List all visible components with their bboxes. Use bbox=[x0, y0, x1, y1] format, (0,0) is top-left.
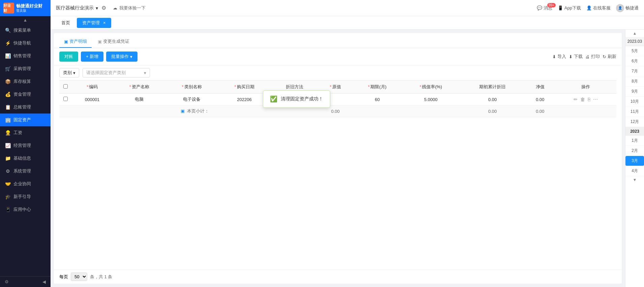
cell-net-value: 0.00 bbox=[525, 94, 555, 105]
sub-tab-asset-detail[interactable]: ▣ 资产明细 bbox=[59, 36, 92, 48]
subtotal-residual bbox=[402, 105, 460, 117]
collapse-icon[interactable]: ◀ bbox=[42, 279, 46, 284]
chevron-down-icon: ▾ bbox=[73, 70, 75, 75]
sidebar-item-guide[interactable]: 🎓 新手引导 bbox=[0, 190, 51, 203]
copy-icon[interactable]: ⎘ bbox=[588, 97, 590, 102]
tab-close-icon[interactable]: × bbox=[103, 20, 106, 25]
tab-asset-management[interactable]: 资产管理 × bbox=[77, 18, 111, 28]
sidebar-item-app-center[interactable]: 📱 应用中心 bbox=[0, 203, 51, 216]
subtotal-accumulated: 0.00 bbox=[460, 105, 525, 117]
edit-icon[interactable]: ✏ bbox=[574, 97, 578, 102]
company-gear-icon[interactable]: ⚙ bbox=[101, 5, 106, 11]
col-period: *期限(月) bbox=[352, 81, 402, 94]
building-icon: 🏢 bbox=[5, 117, 11, 123]
sidebar-item-search[interactable]: 🔍 搜索菜单 bbox=[0, 24, 51, 37]
sidebar-item-fixed-assets[interactable]: 🏢 固定资产 bbox=[0, 114, 51, 126]
sidebar-item-basic-info[interactable]: 📁 基础信息 bbox=[0, 152, 51, 165]
delete-icon[interactable]: 🗑 bbox=[580, 97, 585, 102]
category-dropdown[interactable]: 请选择固定资产类别 ▾ bbox=[83, 68, 150, 77]
sidebar-item-funds[interactable]: 💰 资金管理 bbox=[0, 88, 51, 101]
col-net-value: 净值 bbox=[525, 81, 555, 94]
calendar-up-arrow[interactable]: ▲ bbox=[625, 30, 644, 37]
box-icon: 📦 bbox=[5, 78, 11, 85]
month-item-5[interactable]: 5月 bbox=[625, 46, 644, 56]
message-button[interactable]: 💬 消息 99+ bbox=[537, 5, 552, 11]
download-button[interactable]: ⬇ 下载 bbox=[569, 54, 583, 60]
content-area: ▣ 资产明细 ▣ 变更生成凭证 对账 + 新增 批量操作 ▾ bbox=[51, 30, 644, 287]
subtotal-empty bbox=[59, 105, 71, 117]
month-item-4-2023[interactable]: 4月 bbox=[625, 166, 644, 176]
month-item-8[interactable]: 8月 bbox=[625, 76, 644, 87]
category-filter[interactable]: 类别 ▾ bbox=[59, 68, 79, 77]
asset-detail-label: 资产明细 bbox=[69, 38, 87, 44]
tab-bar: 首页 资产管理 × bbox=[51, 16, 644, 30]
asset-table: *编码 *资产名称 *类别名称 *购买日期 折旧方法 *原值 *期限(月) *残… bbox=[59, 80, 616, 117]
per-page-select[interactable]: 50 bbox=[71, 273, 87, 281]
sidebar-item-label: 采购管理 bbox=[13, 66, 31, 72]
subtotal-period bbox=[352, 105, 402, 117]
content-main: ▣ 资产明细 ▣ 变更生成凭证 对账 + 新增 批量操作 ▾ bbox=[54, 33, 622, 284]
month-item-2-2023[interactable]: 2月 bbox=[625, 146, 644, 156]
tab-home[interactable]: 首页 bbox=[56, 18, 75, 28]
worker-icon: 👷 bbox=[5, 130, 11, 136]
sidebar-item-enterprise[interactable]: 🤝 企业协同 bbox=[0, 178, 51, 190]
reconcile-button[interactable]: 对账 bbox=[59, 52, 78, 62]
logo-text: 畅捷通好业财 普及版 bbox=[16, 3, 42, 13]
year-2023-label: 2023 bbox=[625, 127, 644, 136]
sidebar-item-ledger[interactable]: 📋 总账管理 bbox=[0, 101, 51, 114]
month-item-3-2023[interactable]: 3月 bbox=[625, 156, 644, 166]
import-button[interactable]: ⬇ 导入 bbox=[552, 54, 566, 60]
refresh-button[interactable]: ↻ 刷新 bbox=[603, 54, 616, 60]
settings-icon[interactable]: ⚙ bbox=[5, 279, 9, 284]
import-label: 导入 bbox=[557, 54, 566, 60]
calendar-down-arrow[interactable]: ▼ bbox=[625, 176, 644, 184]
sidebar-item-label: 新手引导 bbox=[13, 194, 31, 200]
logo: 好业财 bbox=[3, 3, 14, 13]
month-item-10[interactable]: 10月 bbox=[625, 97, 644, 107]
user-menu[interactable]: 👤 畅捷通 bbox=[616, 4, 639, 12]
print-button[interactable]: 🖨 打印 bbox=[585, 54, 600, 60]
online-service-button[interactable]: 👤 在线客服 bbox=[586, 5, 611, 11]
refresh-icon: ↻ bbox=[603, 54, 606, 59]
chart-icon: 📊 bbox=[5, 53, 11, 59]
sidebar-scroll-up[interactable]: ▲ bbox=[0, 16, 51, 24]
month-item-7[interactable]: 7月 bbox=[625, 66, 644, 76]
select-all-checkbox[interactable] bbox=[63, 84, 68, 89]
company-selector[interactable]: 医疗器械行业演示 ▾ bbox=[56, 5, 98, 11]
row-select-checkbox[interactable] bbox=[63, 97, 68, 101]
folder-icon: 📁 bbox=[5, 155, 11, 161]
sidebar-item-system[interactable]: ⚙ 系统管理 bbox=[0, 165, 51, 178]
sidebar-item-label: 总账管理 bbox=[13, 104, 31, 110]
sub-tab-bar: ▣ 资产明细 ▣ 变更生成凭证 bbox=[54, 33, 622, 48]
sidebar-item-label: 固定资产 bbox=[13, 117, 31, 123]
month-item-1-2023[interactable]: 1月 bbox=[625, 136, 644, 146]
col-name: *资产名称 bbox=[113, 81, 165, 94]
sidebar-item-quick-nav[interactable]: ⚡ 快捷导航 bbox=[0, 37, 51, 50]
col-category: *类别名称 bbox=[165, 81, 218, 94]
cell-category: 电子设备 bbox=[165, 94, 218, 105]
batch-button[interactable]: 批量操作 ▾ bbox=[106, 52, 137, 62]
experience-button[interactable]: ☁ 我要体验一下 bbox=[113, 5, 146, 11]
month-item-6[interactable]: 6月 bbox=[625, 56, 644, 66]
sidebar-item-inventory[interactable]: 📦 库存核算 bbox=[0, 75, 51, 88]
new-button[interactable]: + 新增 bbox=[81, 52, 103, 62]
sidebar-item-payroll[interactable]: 👷 工资 bbox=[0, 126, 51, 139]
cell-actions: ✏ 🗑 ⎘ ⋯ bbox=[555, 94, 616, 105]
sidebar-item-purchase[interactable]: 🛒 采购管理 bbox=[0, 62, 51, 75]
batch-label: 批量操作 bbox=[111, 54, 129, 60]
month-item-11[interactable]: 11月 bbox=[625, 107, 644, 117]
sidebar-item-label: 销售管理 bbox=[13, 53, 31, 59]
more-icon[interactable]: ⋯ bbox=[593, 97, 598, 102]
sidebar-item-label: 库存核算 bbox=[13, 78, 31, 85]
app-download-button[interactable]: 📱 App下载 bbox=[558, 5, 581, 11]
month-item-12[interactable]: 12月 bbox=[625, 117, 644, 127]
month-item-9[interactable]: 9月 bbox=[625, 87, 644, 97]
sidebar-header: 好业财 畅捷通好业财 普及版 bbox=[0, 0, 51, 16]
sub-tab-change-voucher[interactable]: ▣ 变更生成凭证 bbox=[93, 36, 134, 48]
sidebar-item-sales[interactable]: 📊 销售管理 bbox=[0, 50, 51, 62]
sidebar: 好业财 畅捷通好业财 普及版 ▲ 🔍 搜索菜单 ⚡ 快捷导航 📊 销售管理 🛒 … bbox=[0, 0, 51, 287]
sidebar-item-operations[interactable]: 📈 经营管理 bbox=[0, 139, 51, 152]
gear-icon: ⚙ bbox=[5, 168, 11, 174]
calendar-header[interactable]: 2023.03 bbox=[625, 37, 644, 46]
app-name: 畅捷通好业财 bbox=[16, 3, 42, 9]
